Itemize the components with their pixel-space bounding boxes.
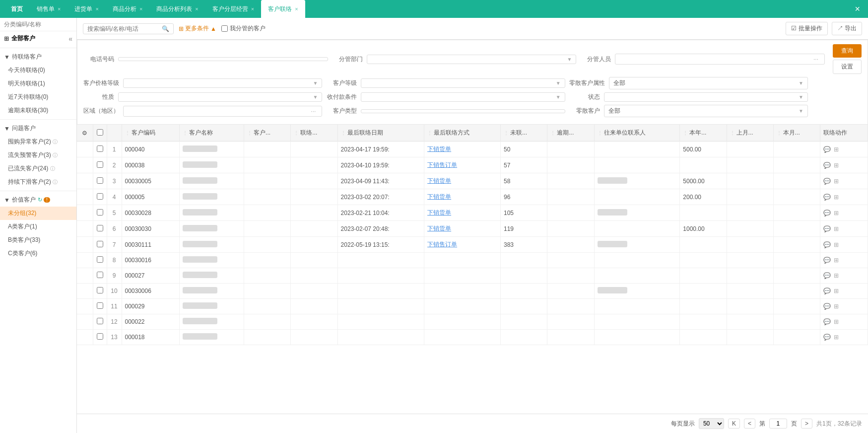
td-checkbox[interactable] <box>93 284 107 299</box>
th-overdue[interactable]: ⋮逾期... <box>547 125 594 142</box>
row-checkbox[interactable] <box>97 145 103 152</box>
search-icon[interactable]: 🔍 <box>162 25 169 32</box>
sidebar-item-overdue[interactable]: 逾期未联络(30) <box>0 104 76 117</box>
last-method-link[interactable]: 下销货单 <box>427 177 451 184</box>
chat-icon[interactable]: 💬 <box>823 288 831 294</box>
sidebar-item-today-pending[interactable]: 今天待联络(0) <box>0 64 76 77</box>
dept-select[interactable]: ▼ <box>367 55 577 64</box>
sidebar-item-tomorrow-pending[interactable]: 明天待联络(1) <box>0 77 76 90</box>
td-last-method[interactable]: 下销货单 <box>424 189 501 205</box>
grid-action-icon[interactable]: ⊞ <box>834 303 839 310</box>
search-input[interactable] <box>87 25 162 32</box>
last-method-link[interactable]: 下销货单 <box>427 225 451 232</box>
td-last-method[interactable]: 下销货单 <box>424 221 501 237</box>
group-value-customers[interactable]: ▼ 价值客户 ↻ ! <box>0 193 76 207</box>
refresh-icon[interactable]: ↻ <box>38 197 42 203</box>
last-method-link[interactable]: 下销货单 <box>427 193 451 200</box>
close-contact-tab[interactable]: × <box>295 6 298 12</box>
sidebar-search-container[interactable]: 🔍 <box>0 18 76 31</box>
td-checkbox[interactable] <box>93 173 107 189</box>
sidebar-item-abnormal[interactable]: 囤购异常客户(2) ⓘ <box>0 135 76 148</box>
sidebar-item-class-c[interactable]: C类客户(6) <box>0 247 76 260</box>
sidebar-item-churn-warning[interactable]: 流失预警客户(3) ⓘ <box>0 148 76 162</box>
td-checkbox[interactable] <box>93 221 107 237</box>
tab-sales[interactable]: 销售单 × <box>30 0 67 18</box>
sidebar-item-ungroup[interactable]: 未分组(32) <box>0 207 76 220</box>
region-dots-icon[interactable]: ··· <box>309 108 318 115</box>
sidebar-item-class-b[interactable]: B类客户(33) <box>0 233 76 247</box>
th-this-month[interactable]: ⋮本月... <box>773 125 820 142</box>
chat-icon[interactable]: 💬 <box>823 318 831 325</box>
my-customers-checkbox[interactable] <box>221 25 228 32</box>
td-last-method[interactable]: 下销售订单 <box>424 237 501 253</box>
per-page-select[interactable]: 50 20 100 <box>699 418 724 429</box>
grid-action-icon[interactable]: ⊞ <box>834 272 839 279</box>
grid-action-icon[interactable]: ⊞ <box>834 334 839 341</box>
grid-action-icon[interactable]: ⊞ <box>834 225 839 232</box>
prev-page-button[interactable]: < <box>744 419 755 429</box>
td-checkbox[interactable] <box>93 330 107 345</box>
status-select[interactable]: ▼ <box>604 92 808 102</box>
row-checkbox[interactable] <box>97 333 103 340</box>
th-customer-code[interactable]: ⋮客户编码 <box>122 125 179 142</box>
row-checkbox[interactable] <box>97 287 103 293</box>
person-dots-icon[interactable]: ··· <box>811 56 820 63</box>
close-segmentation-tab[interactable]: × <box>251 6 254 12</box>
row-checkbox[interactable] <box>97 177 103 184</box>
th-settings[interactable]: ⚙ <box>77 125 93 142</box>
grid-action-icon[interactable]: ⊞ <box>834 257 839 264</box>
search-box[interactable]: 🔍 <box>83 23 174 34</box>
last-method-link[interactable]: 下销售订单 <box>427 241 457 248</box>
more-conditions-button[interactable]: ⊞ 更多条件 ▲ <box>179 24 216 33</box>
tab-analysis-list[interactable]: 商品分析列表 × <box>149 0 205 18</box>
td-last-method[interactable]: 下销货单 <box>424 142 501 157</box>
grid-action-icon[interactable]: ⊞ <box>834 318 839 325</box>
chat-icon[interactable]: 💬 <box>823 241 831 248</box>
th-last-contact-date[interactable]: ⋮最后联络日期 <box>337 125 424 142</box>
th-uncontacted-days[interactable]: ⋮未联... <box>501 125 547 142</box>
td-checkbox[interactable] <box>93 142 107 157</box>
person-input[interactable]: ··· <box>615 54 825 65</box>
td-checkbox[interactable] <box>93 237 107 253</box>
th-last-month[interactable]: ⋮上月... <box>727 125 773 142</box>
last-method-link[interactable]: 下销货单 <box>427 145 451 152</box>
td-checkbox[interactable] <box>93 157 107 173</box>
grid-action-icon[interactable]: ⊞ <box>834 162 839 169</box>
close-analysis-list-tab[interactable]: × <box>195 6 198 12</box>
close-all-button[interactable]: × <box>851 4 864 14</box>
chat-icon[interactable]: 💬 <box>823 257 831 264</box>
chat-icon[interactable]: 💬 <box>823 162 831 169</box>
batch-ops-button[interactable]: ☑ 批量操作 <box>786 22 827 35</box>
th-last-contact-method[interactable]: ⋮最后联络方式 <box>424 125 501 142</box>
last-method-link[interactable]: 下销货单 <box>427 209 451 216</box>
th-checkbox[interactable] <box>93 125 107 142</box>
th-this-year[interactable]: ⋮本年... <box>680 125 727 142</box>
td-last-method[interactable]: 下销货单 <box>424 205 501 221</box>
grid-action-icon[interactable]: ⊞ <box>834 288 839 294</box>
grid-action-icon[interactable]: ⊞ <box>834 194 839 201</box>
export-button[interactable]: ↗ 导出 <box>832 22 862 35</box>
chat-icon[interactable]: 💬 <box>823 146 831 153</box>
next-page-button[interactable]: > <box>801 419 812 429</box>
th-contact[interactable]: ⋮联络... <box>291 125 337 142</box>
chat-icon[interactable]: 💬 <box>823 178 831 185</box>
select-all-checkbox[interactable] <box>97 129 103 136</box>
nature-select[interactable]: ▼ <box>118 92 322 102</box>
row-checkbox[interactable] <box>97 161 103 168</box>
sidebar-item-declining[interactable]: 持续下滑客户(2) ⓘ <box>0 175 76 189</box>
row-checkbox[interactable] <box>97 241 103 247</box>
last-method-link[interactable]: 下销售订单 <box>427 161 457 168</box>
chat-icon[interactable]: 💬 <box>823 272 831 279</box>
th-customer-type[interactable]: ⋮客户... <box>244 125 291 142</box>
payment-select[interactable]: ▼ <box>361 92 565 102</box>
close-analysis-tab[interactable]: × <box>139 6 142 12</box>
row-checkbox[interactable] <box>97 209 103 216</box>
query-button[interactable]: 查询 <box>833 44 862 58</box>
customer-type-input[interactable] <box>361 109 565 113</box>
row-checkbox[interactable] <box>97 318 103 324</box>
th-contact-person[interactable]: ⋮往来单位联系人 <box>594 125 680 142</box>
td-checkbox[interactable] <box>93 299 107 314</box>
tab-purchase[interactable]: 进货单 × <box>67 0 105 18</box>
td-checkbox[interactable] <box>93 205 107 221</box>
group-problem-customers[interactable]: ▼ 问题客户 <box>0 122 76 135</box>
